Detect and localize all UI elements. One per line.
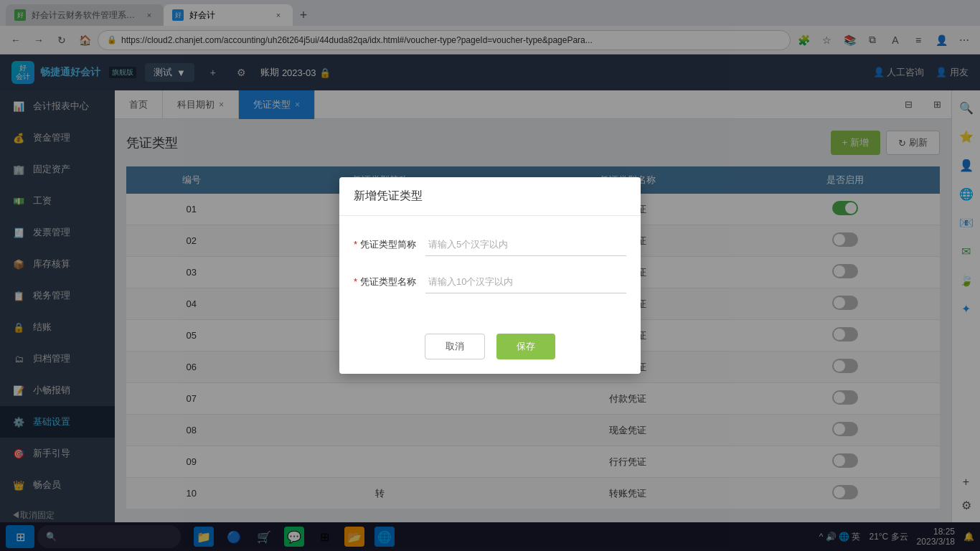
name-input[interactable] xyxy=(425,270,626,293)
required-star-2: * xyxy=(354,276,357,287)
required-star-1: * xyxy=(354,239,357,250)
modal-header: 新增凭证类型 xyxy=(339,177,641,216)
modal-title: 新增凭证类型 xyxy=(354,189,423,202)
short-input[interactable] xyxy=(425,233,626,256)
new-voucher-type-modal: 新增凭证类型 *凭证类型简称 *凭证类型名称 取消 保存 xyxy=(339,177,641,374)
short-label: *凭证类型简称 xyxy=(354,238,425,251)
modal-body: *凭证类型简称 *凭证类型名称 xyxy=(339,216,641,325)
name-form-row: *凭证类型名称 xyxy=(354,270,626,293)
save-button[interactable]: 保存 xyxy=(496,334,555,359)
name-label: *凭证类型名称 xyxy=(354,276,425,288)
modal-overlay: 新增凭证类型 *凭证类型简称 *凭证类型名称 取消 保存 xyxy=(0,0,980,551)
browser-frame: 好 好会计云财务软件管理系统_会计 × 好 好会计 × + ← → ↻ 🏠 🔒 … xyxy=(0,0,980,551)
cancel-button[interactable]: 取消 xyxy=(425,334,485,359)
modal-footer: 取消 保存 xyxy=(339,325,641,374)
short-form-row: *凭证类型简称 xyxy=(354,233,626,256)
